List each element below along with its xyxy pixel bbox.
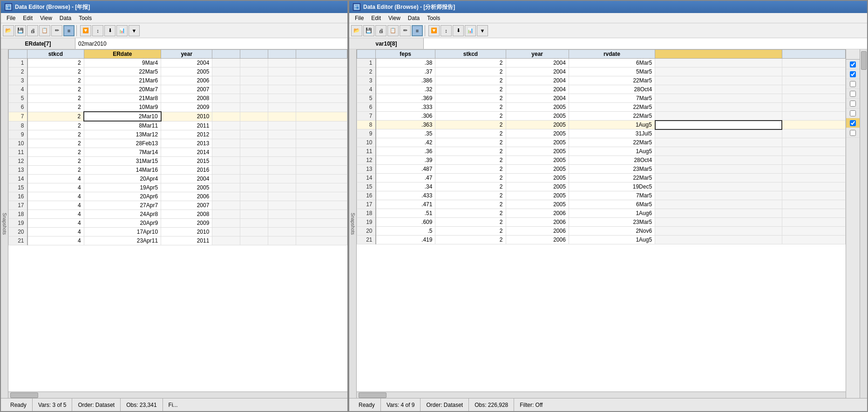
left-cell-stkcd[interactable]: 4 (27, 201, 84, 210)
right-cell-year[interactable]: 2004 (506, 94, 569, 103)
right-cell-active[interactable] (655, 147, 782, 156)
left-cell-erdate[interactable]: 9Mar4 (84, 59, 161, 68)
right-cell-rvdate[interactable]: 23Mar5 (569, 218, 655, 227)
left-cell-stkcd[interactable]: 2 (27, 130, 84, 139)
right-cell-stkcd[interactable]: 2 (435, 68, 506, 76)
left-cell-erdate[interactable]: 17Apr10 (84, 228, 161, 236)
left-cell-erdate[interactable]: 13Mar12 (84, 130, 161, 139)
left-cell-erdate[interactable]: 21Mar6 (84, 76, 161, 85)
right-cell-year[interactable]: 2006 (506, 209, 569, 218)
left-tb-open[interactable]: 📂 (3, 25, 14, 36)
right-cb-3[interactable] (846, 79, 860, 89)
right-cell-stkcd[interactable]: 2 (435, 191, 506, 200)
left-col-header-stkcd[interactable]: stkcd (27, 50, 84, 59)
right-tb-save[interactable]: 💾 (363, 25, 374, 36)
right-cell-rvdate[interactable]: 22Mar5 (569, 103, 655, 112)
right-cell-rvdate[interactable]: 7Mar5 (569, 191, 655, 200)
right-cell-stkcd[interactable]: 2 (435, 85, 506, 94)
left-cell-stkcd[interactable]: 2 (27, 68, 84, 76)
left-cell-erdate[interactable]: 20Mar7 (84, 85, 161, 94)
right-cell-feps[interactable]: .433 (376, 191, 435, 200)
right-cell-year[interactable]: 2005 (506, 138, 569, 147)
right-cell-stkcd[interactable]: 2 (435, 138, 506, 147)
right-cb-active[interactable] (846, 118, 860, 128)
left-scrollbar-thumb[interactable] (10, 392, 38, 398)
right-cell-year[interactable]: 2004 (506, 85, 569, 94)
left-cell-stkcd[interactable]: 2 (27, 121, 84, 130)
right-cell-year[interactable]: 2005 (506, 200, 569, 209)
left-snapshots[interactable]: Snapshots (1, 49, 8, 398)
right-tb-print[interactable]: 🖨 (375, 25, 387, 36)
right-cell-stkcd[interactable]: 2 (435, 227, 506, 236)
right-cell-year[interactable]: 2006 (506, 236, 569, 244)
right-cell-stkcd[interactable]: 2 (435, 200, 506, 209)
left-cell-stkcd[interactable]: 4 (27, 219, 84, 228)
right-tb-format[interactable]: 📊 (465, 25, 476, 36)
left-scrollbar-h[interactable] (8, 392, 347, 398)
right-cell-active[interactable] (655, 121, 782, 129)
right-cell-feps[interactable]: .487 (376, 165, 435, 174)
right-cell-year[interactable]: 2005 (506, 112, 569, 121)
right-scrollbar-h[interactable] (357, 392, 846, 398)
right-scrollbar-v-thumb[interactable] (861, 51, 867, 70)
right-cell-year[interactable]: 2006 (506, 227, 569, 236)
right-cell-feps[interactable]: .32 (376, 85, 435, 94)
right-cell-year[interactable]: 2004 (506, 59, 569, 68)
right-cell-feps[interactable]: .36 (376, 147, 435, 156)
right-var-value[interactable] (424, 38, 867, 49)
right-cell-year[interactable]: 2005 (506, 182, 569, 191)
left-cell-stkcd[interactable]: 2 (27, 94, 84, 103)
left-tb-copy[interactable]: 📋 (39, 25, 50, 36)
right-menu-data[interactable]: Data (404, 14, 423, 22)
left-cell-erdate[interactable]: 10Mar9 (84, 103, 161, 112)
right-cell-active[interactable] (655, 236, 782, 244)
left-cell-year[interactable]: 2004 (161, 175, 212, 183)
right-cell-feps[interactable]: .38 (376, 59, 435, 68)
left-cell-stkcd[interactable]: 2 (27, 59, 84, 68)
right-tb-copy[interactable]: 📋 (387, 25, 399, 36)
right-cell-year[interactable]: 2005 (506, 156, 569, 165)
left-cell-year[interactable]: 2015 (161, 157, 212, 166)
right-cell-stkcd[interactable]: 2 (435, 182, 506, 191)
left-cell-erdate[interactable]: 7Mar14 (84, 148, 161, 157)
left-cell-erdate[interactable]: 31Mar15 (84, 157, 161, 166)
left-cell-erdate[interactable]: 20Apr4 (84, 175, 161, 183)
left-cell-year[interactable]: 2009 (161, 219, 212, 228)
left-cell-stkcd[interactable]: 4 (27, 228, 84, 236)
right-tb-edit[interactable]: ✏ (400, 25, 411, 36)
left-cell-stkcd[interactable]: 2 (27, 139, 84, 148)
left-menu-view[interactable]: View (36, 14, 56, 22)
right-cell-stkcd[interactable]: 2 (435, 147, 506, 156)
right-cell-feps[interactable]: .51 (376, 209, 435, 218)
left-cell-stkcd[interactable]: 2 (27, 103, 84, 112)
left-col-header-year[interactable]: year (161, 50, 212, 59)
left-menu-data[interactable]: Data (56, 14, 75, 22)
right-cell-stkcd[interactable]: 2 (435, 94, 506, 103)
right-cell-stkcd[interactable]: 2 (435, 218, 506, 227)
right-cell-rvdate[interactable]: 2Nov6 (569, 227, 655, 236)
left-tb-filter[interactable]: 🔽 (80, 25, 91, 36)
right-cb-5[interactable] (846, 99, 860, 108)
right-tb-import[interactable]: ⬇ (453, 25, 464, 36)
right-cell-feps[interactable]: .5 (376, 227, 435, 236)
left-tb-dropdown[interactable]: ▼ (129, 25, 140, 36)
left-cell-year[interactable]: 2005 (161, 183, 212, 192)
left-cell-erdate[interactable]: 20Apr6 (84, 192, 161, 201)
right-cell-rvdate[interactable]: 1Aug5 (569, 121, 655, 129)
left-cell-year[interactable]: 2016 (161, 166, 212, 175)
right-cell-year[interactable]: 2005 (506, 121, 569, 129)
left-cell-erdate[interactable]: 14Mar16 (84, 166, 161, 175)
right-snapshots[interactable]: Snapshots (349, 49, 357, 398)
left-tb-edit[interactable]: ✏ (51, 25, 62, 36)
left-cell-year[interactable]: 2014 (161, 148, 212, 157)
left-menu-file[interactable]: File (3, 14, 19, 22)
left-data-grid[interactable]: stkcd ERdate year 129Mar420042222Mar5200… (8, 49, 347, 392)
right-cell-rvdate[interactable]: 22Mar5 (569, 112, 655, 121)
left-cell-stkcd[interactable]: 2 (27, 157, 84, 166)
left-cell-year[interactable]: 2008 (161, 94, 212, 103)
right-data-grid[interactable]: feps stkcd year rvdate 1.38220046Mar52.3… (357, 49, 846, 392)
right-cell-feps[interactable]: .386 (376, 76, 435, 85)
left-cell-erdate[interactable]: 21Mar8 (84, 94, 161, 103)
right-cb-6[interactable] (846, 108, 860, 118)
right-cell-rvdate[interactable]: 22Mar5 (569, 138, 655, 147)
